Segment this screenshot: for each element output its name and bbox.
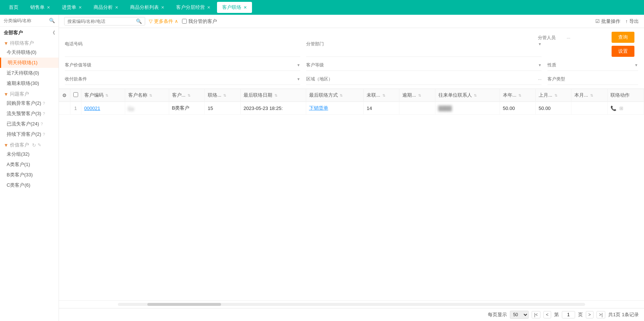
nav-purchase[interactable]: 进货单 ✕ bbox=[57, 2, 87, 13]
filter-customer-level-input[interactable] bbox=[335, 63, 535, 68]
nav-purchase-close[interactable]: ✕ bbox=[78, 5, 82, 10]
sidebar-item-b-class[interactable]: B类客户(33) bbox=[0, 170, 59, 180]
sidebar-item-churned[interactable]: 已流失客户(24) ? bbox=[0, 119, 59, 129]
sidebar-collapse-btn[interactable]: 《 bbox=[50, 30, 55, 36]
nav-sales-close[interactable]: ✕ bbox=[47, 5, 50, 10]
total-records-label: 共1页 1条记录 bbox=[608, 311, 639, 318]
nav-home[interactable]: 首页 bbox=[4, 2, 24, 13]
sort-contacts-icon[interactable]: ⇅ bbox=[223, 93, 226, 97]
last-contact-method-link[interactable]: 下销货单 bbox=[309, 105, 328, 111]
customer-code-link[interactable]: 000021 bbox=[84, 106, 100, 111]
all-customers-label[interactable]: 全部客户 bbox=[4, 30, 23, 36]
filter-phone-input[interactable] bbox=[94, 42, 300, 47]
customer-name-link[interactable]: Ea bbox=[128, 106, 134, 111]
query-btn[interactable]: 查询 bbox=[612, 32, 634, 43]
area-more-icon[interactable]: ··· bbox=[538, 77, 542, 82]
sort-this-month-icon[interactable]: ⇅ bbox=[590, 93, 593, 97]
sidebar-item-overdue[interactable]: 逾期未联络(30) bbox=[0, 78, 59, 89]
filter-customer-type: 客户类型 bbox=[547, 74, 638, 85]
sidebar-item-a-class[interactable]: A类客户(1) bbox=[0, 159, 59, 170]
more-conditions-btn[interactable]: ▽ 更多条件 ∧ bbox=[149, 18, 178, 25]
sidebar-item-repurchase-abnormal[interactable]: 回购异常客户(2) ? bbox=[0, 98, 59, 108]
sort-contact-person-icon[interactable]: ⇅ bbox=[474, 93, 477, 97]
grid-action-icon[interactable]: ⊞ bbox=[619, 106, 623, 111]
scrollbar-track bbox=[118, 303, 585, 306]
sort-code-icon[interactable]: ⇅ bbox=[105, 93, 108, 97]
sidebar-search-icon[interactable]: 🔍 bbox=[49, 18, 55, 23]
nav-customer-tier[interactable]: 客户分层经营 ✕ bbox=[171, 2, 216, 13]
dept-dropdown-icon[interactable]: ▼ bbox=[538, 42, 542, 46]
toolbar: 🔍 ▽ 更多条件 ∧ 我分管的客户 ☑ 批量操作 ↑ 导出 bbox=[59, 15, 644, 28]
gender-dropdown-icon[interactable]: ▼ bbox=[634, 63, 638, 67]
customer-level-dropdown-icon[interactable]: ▼ bbox=[538, 63, 542, 67]
nav-product-analysis[interactable]: 商品分析 ✕ bbox=[88, 2, 123, 13]
customer-value-dropdown-icon[interactable]: ▼ bbox=[297, 63, 300, 67]
table-footer: 每页显示 50 100 |< < 第 页 > >| 共1页 1条记录 bbox=[59, 308, 644, 321]
my-customers-checkbox-wrap[interactable]: 我分管的客户 bbox=[182, 18, 217, 25]
bulk-op-btn[interactable]: ☑ 批量操作 bbox=[595, 18, 620, 25]
table-wrap: ⚙ 客户编码 ⇅ 客户名称 ⇅ bbox=[59, 89, 644, 300]
nav-product-analysis-list[interactable]: 商品分析列表 ✕ bbox=[125, 2, 169, 13]
top-navigation: 首页 销售单 ✕ 进货单 ✕ 商品分析 ✕ 商品分析列表 ✕ 客户分层经营 ✕ … bbox=[0, 0, 644, 15]
sort-last-date-icon[interactable]: ⇅ bbox=[274, 93, 277, 97]
export-btn[interactable]: ↑ 导出 bbox=[626, 18, 639, 25]
sort-overdue-icon[interactable]: ⇅ bbox=[418, 93, 421, 97]
gear-icon[interactable]: ⚙ bbox=[62, 93, 67, 98]
chevron-up-icon: ∧ bbox=[175, 18, 178, 24]
th-checkbox bbox=[70, 89, 81, 102]
value-edit-icon[interactable]: ✎ bbox=[38, 142, 41, 148]
payment-dropdown-icon[interactable]: ▼ bbox=[297, 77, 300, 81]
last-page-btn[interactable]: >| bbox=[596, 311, 605, 318]
scrollbar-thumb[interactable] bbox=[147, 303, 221, 306]
sidebar-item-c-class[interactable]: C类客户(6) bbox=[0, 180, 59, 190]
search-input[interactable] bbox=[67, 19, 134, 24]
row-type: B类客户 bbox=[169, 102, 204, 115]
nav-product-analysis-close[interactable]: ✕ bbox=[115, 5, 118, 10]
sort-type-icon[interactable]: ⇅ bbox=[188, 93, 190, 97]
sort-last-month-icon[interactable]: ⇅ bbox=[554, 93, 557, 97]
first-page-btn[interactable]: |< bbox=[532, 311, 540, 318]
sidebar-item-tomorrow[interactable]: 明天待联络(1) bbox=[0, 58, 59, 68]
sidebar-group-pending: ▼ 待联络客户 bbox=[0, 38, 59, 47]
sidebar-item-declining[interactable]: 持续下滑客户(2) ? bbox=[0, 129, 59, 139]
sidebar-item-7days[interactable]: 近7天待联络(0) bbox=[0, 68, 59, 78]
table-header-row: ⚙ 客户编码 ⇅ 客户名称 ⇅ bbox=[59, 89, 644, 102]
nav-customer-contact-close[interactable]: ✕ bbox=[244, 5, 247, 10]
th-this-month: 本月... ⇅ bbox=[571, 89, 607, 102]
filter-payment-input[interactable] bbox=[94, 77, 294, 82]
prev-page-btn[interactable]: < bbox=[543, 311, 551, 318]
filter-area-input[interactable] bbox=[336, 77, 535, 82]
page-number-input[interactable] bbox=[562, 311, 575, 318]
sort-this-year-icon[interactable]: ⇅ bbox=[518, 93, 521, 97]
sort-uncontacted-icon[interactable]: ⇅ bbox=[382, 93, 385, 97]
phone-action-icon[interactable]: 📞 bbox=[610, 106, 616, 111]
nav-customer-contact[interactable]: 客户联络 ✕ bbox=[217, 2, 252, 13]
sidebar-item-today[interactable]: 今天待联络(0) bbox=[0, 47, 59, 58]
nav-product-analysis-list-close[interactable]: ✕ bbox=[161, 5, 164, 10]
th-overdue: 逾期... ⇅ bbox=[399, 89, 435, 102]
th-gear: ⚙ bbox=[59, 89, 70, 102]
filter-customer-level: 客户等级 ▼ bbox=[306, 60, 542, 71]
my-customers-checkbox[interactable] bbox=[182, 19, 187, 24]
settings-btn[interactable]: 设置 bbox=[612, 46, 634, 57]
filter-phone: 电话号码 bbox=[65, 32, 300, 57]
per-page-select[interactable]: 50 100 bbox=[510, 311, 529, 319]
nav-sales[interactable]: 销售单 ✕ bbox=[25, 2, 55, 13]
search-icon[interactable]: 🔍 bbox=[136, 18, 142, 24]
filter-customer-value-input[interactable] bbox=[94, 63, 294, 68]
filter-gender-input[interactable] bbox=[576, 63, 631, 68]
sort-name-icon[interactable]: ⇅ bbox=[149, 93, 152, 97]
sidebar-search-input[interactable] bbox=[4, 18, 49, 23]
sort-last-method-icon[interactable]: ⇅ bbox=[340, 93, 343, 97]
next-page-btn[interactable]: > bbox=[586, 311, 594, 318]
row-name: Ea bbox=[125, 102, 169, 115]
value-refresh-icon[interactable]: ↻ bbox=[32, 142, 36, 148]
nav-customer-tier-close[interactable]: ✕ bbox=[207, 5, 210, 10]
sidebar-item-ungrouped[interactable]: 未分组(32) bbox=[0, 149, 59, 159]
filter-dept-input[interactable] bbox=[335, 42, 535, 47]
sidebar-item-churn-warning[interactable]: 流失预警客户(3) ? bbox=[0, 108, 59, 119]
manager-more-icon[interactable]: ··· bbox=[567, 35, 570, 41]
select-all-checkbox[interactable] bbox=[73, 92, 78, 97]
sidebar-group-problem: ▼ 问题客户 bbox=[0, 89, 59, 98]
filter-customer-type-input[interactable] bbox=[576, 77, 638, 82]
